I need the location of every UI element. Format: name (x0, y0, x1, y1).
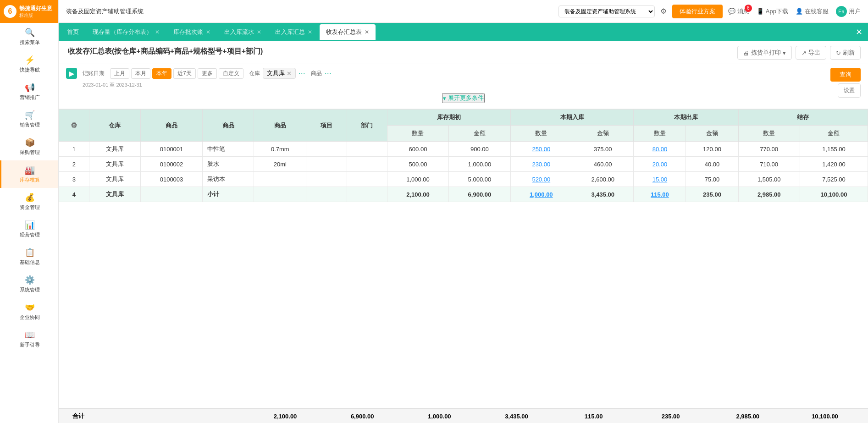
date-btn-本年[interactable]: 本年 (152, 68, 171, 79)
out-amt-cell: 120.00 (686, 142, 738, 157)
sidebar-item-operations[interactable]: 📊经营管理 (0, 215, 58, 243)
out-qty-cell[interactable]: 80.00 (634, 142, 686, 157)
in-amt-cell: 2,600.00 (572, 172, 634, 187)
user-action[interactable]: Ea 用户 (836, 6, 861, 17)
tab-2[interactable]: 库存批次账✕ (167, 24, 217, 40)
footer-out-qty: 115.00 (555, 413, 632, 420)
footer-balance-qty: 2,985.00 (709, 413, 786, 420)
print-icon: 🖨 (743, 49, 749, 56)
tab-0[interactable]: 首页 (61, 24, 85, 40)
sidebar-item-inventory[interactable]: 🏭库存核算 (0, 160, 58, 188)
search-menu-icon: 🔍 (25, 27, 35, 38)
in-qty-cell[interactable]: 520.00 (510, 172, 572, 187)
project-cell (306, 187, 347, 202)
balance-amt-cell: 7,525.00 (800, 172, 868, 187)
filter-toggle-button[interactable]: ▶ (66, 68, 77, 79)
code-cell: 0100001 (141, 142, 202, 157)
trial-button[interactable]: 体验行业方案 (672, 5, 723, 18)
expand-conditions-button[interactable]: ▾ 展开更多条件 (442, 93, 485, 103)
system-title: 装备及固定资产辅助管理系统 (66, 7, 553, 16)
date-btn-本月[interactable]: 本月 (131, 68, 150, 79)
export-button[interactable]: ↗ 导出 (796, 46, 826, 60)
opening-amt-cell: 1,000.00 (449, 157, 510, 172)
sidebar-item-guide[interactable]: 📖新手引导 (0, 325, 58, 353)
enterprise-icon: 🤝 (25, 302, 35, 313)
table-row: 1文具库0100001中性笔0.7mm600.00900.00250.00375… (59, 142, 868, 157)
data-table: ⚙ 仓库 商品 商品 商品 项目 部门 库存期初 本期入库 本期出库 结存 数量 (59, 109, 868, 202)
operations-icon: 📊 (25, 220, 35, 230)
tab-close-5[interactable]: ✕ (365, 29, 369, 35)
date-btn-自定义[interactable]: 自定义 (219, 68, 243, 79)
refresh-button[interactable]: ↻ 刷新 (830, 46, 861, 60)
inventory-icon: 🏭 (25, 165, 35, 175)
main-area: 装备及固定资产辅助管理系统 装备及固定资产辅助管理系统 ⚙ 体验行业方案 💬 消… (59, 0, 868, 423)
footer-balance-amt: 10,100.00 (786, 413, 863, 420)
marketing-icon: 📢 (25, 82, 35, 93)
out-qty-cell[interactable]: 15.00 (634, 172, 686, 187)
opening-qty-cell: 2,100.00 (387, 187, 448, 202)
sidebar-item-finance[interactable]: 💰资金管理 (0, 188, 58, 215)
sidebar-item-sales[interactable]: 🛒销售管理 (0, 105, 58, 133)
sidebar-item-quick-nav[interactable]: ⚡快捷导航 (0, 50, 58, 78)
sidebar: 6 畅捷通好生意 标准版 🔍搜索菜单⚡快捷导航📢营销推广🛒销售管理📦采购管理🏭库… (0, 0, 59, 423)
expand-icon: ▾ (443, 95, 446, 102)
tab-close-2[interactable]: ✕ (206, 29, 210, 35)
sales-icon: 🛒 (25, 110, 35, 120)
project-cell (306, 157, 347, 172)
opening-amt-cell: 5,000.00 (449, 172, 510, 187)
date-btn-上月[interactable]: 上月 (110, 68, 129, 79)
footer-label: 合计 (63, 412, 247, 420)
in-qty-cell[interactable]: 250.00 (510, 142, 572, 157)
name-cell: 采访本 (202, 172, 254, 187)
th-settings: ⚙ (59, 110, 89, 142)
tab-4[interactable]: 出入库汇总✕ (269, 24, 319, 40)
sidebar-item-marketing[interactable]: 📢营销推广 (0, 78, 58, 105)
column-settings-icon[interactable]: ⚙ (71, 121, 77, 129)
app-download-action[interactable]: 📱 App下载 (757, 7, 788, 16)
th-project: 项目 (306, 110, 347, 142)
th-out-amt: 金额 (686, 126, 738, 142)
tab-5[interactable]: 收发存汇总表✕ (320, 24, 376, 40)
print-button[interactable]: 🖨 拣货单打印 ▾ (737, 46, 792, 60)
finance-icon: 💰 (25, 192, 35, 203)
tab-close-4[interactable]: ✕ (308, 29, 312, 35)
filter-row-2: 2023-01-01 至 2023-12-31 (66, 82, 861, 88)
tab-1[interactable]: 现存量（库存分布表）✕ (86, 24, 166, 40)
date-btn-近7天[interactable]: 近7天 (173, 68, 196, 79)
tab-close-1[interactable]: ✕ (155, 29, 160, 35)
balance-qty-cell: 2,985.00 (738, 187, 800, 202)
out-qty-cell[interactable]: 115.00 (634, 187, 686, 202)
tab-3[interactable]: 出入库流水✕ (218, 24, 268, 40)
warehouse-cell: 文具库 (89, 142, 141, 157)
sidebar-item-enterprise[interactable]: 🤝企业协同 (0, 298, 58, 325)
sidebar-item-purchase[interactable]: 📦采购管理 (0, 133, 58, 160)
sidebar-item-system[interactable]: ⚙️系统管理 (0, 270, 58, 298)
warehouse-tag[interactable]: 文具库 ✕ (263, 68, 296, 79)
warehouse-more[interactable]: ··· (299, 69, 305, 78)
balance-qty-cell: 770.00 (738, 142, 800, 157)
system-select[interactable]: 装备及固定资产辅助管理系统 (558, 5, 655, 17)
in-qty-cell[interactable]: 230.00 (510, 157, 572, 172)
th-opening-amt: 金额 (449, 126, 510, 142)
message-action[interactable]: 💬 消息 6 (728, 7, 749, 16)
top-header: 装备及固定资产辅助管理系统 装备及固定资产辅助管理系统 ⚙ 体验行业方案 💬 消… (59, 0, 868, 23)
settings-icon[interactable]: ⚙ (660, 7, 667, 16)
date-btn-更多[interactable]: 更多 (198, 68, 217, 79)
in-qty-cell[interactable]: 1,000.00 (510, 187, 572, 202)
close-all-tabs[interactable]: ✕ (852, 25, 866, 39)
balance-amt-cell: 1,155.00 (800, 142, 868, 157)
tab-close-3[interactable]: ✕ (257, 29, 261, 35)
code-cell: 0100003 (141, 172, 202, 187)
online-service-action[interactable]: 👤 在线客服 (796, 7, 829, 16)
settings-button[interactable]: 设置 (838, 83, 861, 98)
sidebar-item-search-menu[interactable]: 🔍搜索菜单 (0, 23, 58, 50)
name-cell: 小计 (202, 187, 254, 202)
warehouse-tag-close[interactable]: ✕ (287, 70, 292, 77)
goods-more[interactable]: ··· (325, 69, 332, 78)
out-qty-cell[interactable]: 20.00 (634, 157, 686, 172)
sidebar-item-base-info[interactable]: 📋基础信息 (0, 243, 58, 270)
out-amt-cell: 235.00 (686, 187, 738, 202)
in-amt-cell: 3,435.00 (572, 187, 634, 202)
footer-out-amt: 235.00 (632, 413, 709, 420)
query-button[interactable]: 查询 (830, 68, 861, 82)
